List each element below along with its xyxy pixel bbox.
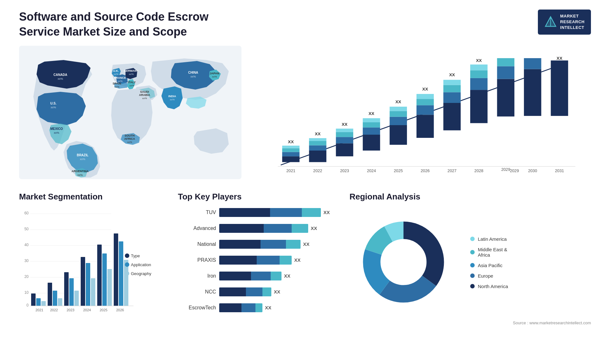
svg-text:2025: 2025 — [100, 308, 107, 312]
svg-text:Application: Application — [131, 262, 151, 267]
svg-rect-68 — [417, 115, 434, 138]
svg-text:2029: 2029 — [510, 168, 519, 173]
regional-title: Regional Analysis — [349, 192, 591, 202]
svg-text:xx%: xx% — [114, 85, 119, 88]
svg-rect-88 — [497, 58, 515, 66]
svg-text:U.K.: U.K. — [113, 69, 119, 72]
player-row: Iron XX — [178, 272, 337, 280]
top-section: CANADA xx% U.S. xx% MEXICO xx% BRAZIL xx… — [19, 46, 591, 179]
player-bar-wrap: XX — [219, 287, 337, 296]
svg-rect-62 — [390, 125, 407, 145]
player-xx: XX — [274, 289, 280, 294]
svg-rect-77 — [443, 80, 461, 85]
legend-list: Latin America Middle East &Africa Asia P… — [470, 236, 508, 289]
svg-rect-124 — [81, 257, 85, 306]
players-container: Top Key Players TUV XX Advanced — [178, 192, 337, 344]
svg-text:INDIA: INDIA — [168, 95, 176, 98]
svg-rect-58 — [363, 122, 380, 127]
svg-text:CANADA: CANADA — [53, 73, 67, 77]
svg-point-148 — [382, 240, 425, 284]
svg-point-137 — [125, 253, 129, 258]
player-row: PRAXIS XX — [178, 256, 337, 265]
player-name: NCC — [178, 289, 216, 295]
svg-rect-64 — [390, 111, 407, 117]
svg-text:U.S.: U.S. — [50, 102, 57, 105]
svg-rect-129 — [102, 253, 107, 306]
svg-text:40: 40 — [24, 243, 29, 247]
player-name: TUV — [178, 210, 216, 215]
legend-label-mea: Middle East &Africa — [478, 247, 507, 258]
svg-text:20: 20 — [24, 274, 29, 279]
page-container: Software and Source Code Escrow Service … — [0, 0, 610, 364]
svg-point-139 — [125, 262, 129, 267]
donut-svg-wrap — [349, 208, 458, 317]
svg-rect-87 — [497, 66, 515, 79]
players-list: TUV XX Advanced — [178, 208, 337, 312]
svg-rect-65 — [390, 106, 407, 111]
svg-text:2028: 2028 — [474, 168, 483, 173]
legend-label-latin: Latin America — [478, 236, 507, 242]
svg-text:2021: 2021 — [36, 308, 43, 312]
svg-text:2029: 2029 — [501, 167, 510, 172]
svg-rect-71 — [417, 94, 434, 98]
legend-dot-na — [470, 284, 475, 288]
svg-rect-38 — [282, 156, 300, 162]
player-xx: XX — [294, 257, 301, 263]
donut-area: Latin America Middle East &Africa Asia P… — [349, 208, 591, 317]
svg-text:GERMANY: GERMANY — [124, 69, 139, 72]
player-bar-wrap: XX — [219, 240, 337, 249]
svg-rect-120 — [64, 272, 69, 306]
svg-text:SPAIN: SPAIN — [113, 82, 121, 85]
svg-text:XX: XX — [557, 56, 562, 60]
svg-text:xx%: xx% — [51, 106, 56, 109]
segmentation-chart: 60 50 40 30 20 10 0 — [19, 208, 165, 329]
svg-text:2026: 2026 — [421, 168, 430, 173]
svg-rect-122 — [74, 291, 79, 306]
legend-label-europe: Europe — [478, 273, 493, 279]
player-bar-wrap: XX — [219, 272, 337, 280]
svg-text:FRANCE: FRANCE — [114, 76, 126, 79]
svg-text:xx%: xx% — [80, 158, 85, 161]
svg-text:BRAZIL: BRAZIL — [77, 153, 89, 157]
player-name: Iron — [178, 273, 216, 279]
svg-rect-69 — [417, 105, 434, 115]
svg-rect-44 — [309, 151, 327, 162]
svg-text:SOUTH: SOUTH — [125, 134, 135, 137]
svg-text:2030: 2030 — [528, 168, 537, 173]
svg-rect-70 — [417, 99, 434, 105]
svg-text:xx%: xx% — [127, 141, 132, 144]
svg-rect-117 — [53, 291, 57, 306]
legend-dot-latin — [470, 237, 475, 241]
svg-rect-50 — [336, 143, 353, 156]
svg-text:2027: 2027 — [448, 168, 457, 173]
svg-rect-41 — [282, 145, 300, 148]
svg-text:XX: XX — [288, 139, 294, 144]
player-row: Advanced XX — [178, 224, 337, 233]
svg-rect-80 — [470, 90, 488, 123]
player-bar-wrap: XX — [219, 224, 337, 233]
svg-rect-94 — [551, 60, 568, 116]
svg-text:SAUDI: SAUDI — [140, 90, 149, 93]
player-name: Advanced — [178, 226, 216, 231]
svg-text:2024: 2024 — [83, 308, 91, 312]
svg-rect-40 — [282, 148, 300, 152]
svg-text:xx%: xx% — [190, 75, 196, 78]
svg-text:2024: 2024 — [367, 168, 376, 173]
svg-text:xx%: xx% — [77, 173, 83, 177]
svg-rect-133 — [119, 241, 123, 306]
svg-rect-74 — [443, 103, 461, 130]
svg-text:XX: XX — [396, 99, 401, 104]
svg-text:2022: 2022 — [50, 308, 58, 312]
svg-rect-45 — [309, 145, 327, 150]
svg-rect-63 — [390, 117, 407, 125]
svg-rect-134 — [124, 260, 128, 306]
svg-rect-52 — [336, 132, 353, 137]
player-xx: XX — [323, 210, 330, 215]
market-size-chart: XX 2021 XX 2022 XX 2023 — [261, 52, 578, 185]
player-bar-wrap: XX — [219, 303, 337, 312]
player-row: TUV XX — [178, 208, 337, 217]
svg-text:50: 50 — [24, 227, 29, 231]
svg-rect-57 — [363, 127, 380, 135]
player-row: NCC XX — [178, 287, 337, 296]
svg-rect-114 — [41, 301, 46, 306]
